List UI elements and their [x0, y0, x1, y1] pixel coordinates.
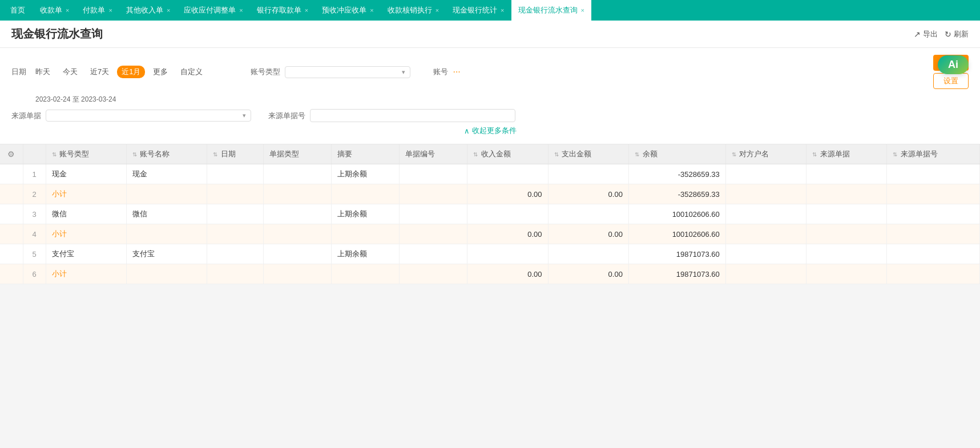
table-row[interactable]: 3 微信 微信 上期余额 100102606.60	[0, 204, 980, 224]
nav-home[interactable]: 首页	[2, 5, 33, 15]
cell-account-type: 小计	[46, 184, 126, 204]
cell-source-doc-no	[887, 224, 980, 244]
column-source-doc-no[interactable]: ⇅ 来源单据号	[887, 144, 980, 164]
data-table-wrap: ⚙ ⇅ 账号类型 ⇅ 账号名称 ⇅ 日期 单据类型	[0, 144, 980, 284]
column-expense[interactable]: ⇅ 支出金额	[548, 144, 628, 164]
cell-account-type: 现金	[46, 164, 126, 184]
close-tab-0-icon[interactable]: ×	[66, 7, 69, 14]
cell-num: 2	[23, 184, 46, 204]
date-opt-1month[interactable]: 近1月	[117, 66, 145, 78]
cell-source-doc	[806, 204, 887, 224]
cell-date	[207, 204, 264, 224]
close-tab-7-icon[interactable]: ×	[501, 7, 504, 14]
column-account-type[interactable]: ⇅ 账号类型	[46, 144, 126, 164]
sort-expense-icon: ⇅	[554, 151, 559, 158]
close-tab-4-icon[interactable]: ×	[305, 7, 308, 14]
cell-account-type: 支付宝	[46, 244, 126, 264]
table-row[interactable]: 5 支付宝 支付宝 上期余额 19871073.60	[0, 244, 980, 264]
cell-doc-no	[400, 204, 467, 224]
date-label: 日期	[11, 67, 26, 77]
export-button[interactable]: ↗ 导出	[914, 29, 938, 39]
column-balance[interactable]: ⇅ 余额	[628, 144, 725, 164]
cell-gear	[0, 184, 23, 204]
cell-expense: 0.00	[548, 184, 628, 204]
date-range-text: 2023-02-24 至 2023-03-24	[35, 95, 116, 104]
sort-account-name-icon: ⇅	[132, 151, 137, 158]
column-account-name[interactable]: ⇅ 账号名称	[126, 144, 207, 164]
cell-account-type: 小计	[46, 224, 126, 244]
column-counterparty[interactable]: ⇅ 对方户名	[725, 144, 806, 164]
sort-source-doc-icon: ⇅	[812, 151, 817, 158]
cell-gear	[0, 244, 23, 264]
cell-counterparty	[725, 224, 806, 244]
date-opt-yesterday[interactable]: 昨天	[31, 66, 55, 78]
close-tab-6-icon[interactable]: ×	[435, 7, 439, 14]
nav-tab-3[interactable]: 应收应付调整单 ×	[177, 0, 249, 21]
cell-balance: 100102606.60	[628, 224, 725, 244]
date-opt-today[interactable]: 今天	[58, 66, 82, 78]
table-row[interactable]: 6 小计 0.00 0.00 19871073.60	[0, 264, 980, 284]
sort-date-icon: ⇅	[213, 151, 217, 158]
cell-doc-no	[400, 244, 467, 264]
cell-source-doc-no	[887, 184, 980, 204]
cell-doc-no	[400, 184, 467, 204]
date-opt-custom[interactable]: 自定义	[176, 66, 207, 78]
column-summary: 摘要	[332, 144, 400, 164]
nav-tab-7[interactable]: 现金银行统计 ×	[446, 0, 511, 21]
nav-tab-2[interactable]: 其他收入单 ×	[119, 0, 177, 21]
column-date[interactable]: ⇅ 日期	[207, 144, 264, 164]
cell-source-doc	[806, 184, 887, 204]
settings-button[interactable]: 设置	[933, 73, 969, 89]
cell-gear	[0, 164, 23, 184]
column-income[interactable]: ⇅ 收入金额	[467, 144, 548, 164]
cell-counterparty	[725, 204, 806, 224]
cell-income: 0.00	[467, 264, 548, 284]
nav-tab-0[interactable]: 收款单 ×	[33, 0, 76, 21]
close-tab-5-icon[interactable]: ×	[370, 7, 373, 14]
cell-income	[467, 244, 548, 264]
date-opt-7days[interactable]: 近7天	[86, 66, 114, 78]
nav-tab-8[interactable]: 现金银行流水查询 ×	[511, 0, 591, 21]
close-tab-1-icon[interactable]: ×	[108, 7, 112, 14]
filter-row-date: 日期 昨天 今天 近7天 近1月 更多 自定义 账号类型 ▾ 账号 ···	[11, 55, 969, 89]
cell-expense: 0.00	[548, 264, 628, 284]
refresh-button[interactable]: ↻ 刷新	[945, 29, 969, 39]
column-num	[23, 144, 46, 164]
table-row[interactable]: 2 小计 0.00 0.00 -3528659.33	[0, 184, 980, 204]
nav-tab-1[interactable]: 付款单 ×	[76, 0, 119, 21]
account-type-select[interactable]: ▾	[285, 66, 410, 78]
table-row[interactable]: 1 现金 现金 上期余额 -3528659.33	[0, 164, 980, 184]
cell-expense: 0.00	[548, 224, 628, 244]
cell-counterparty	[725, 164, 806, 184]
table-body: 1 现金 现金 上期余额 -3528659.33 2 小计 0.00 0.00 …	[0, 164, 980, 284]
table-header-row: ⚙ ⇅ 账号类型 ⇅ 账号名称 ⇅ 日期 单据类型	[0, 144, 980, 164]
collapse-bar[interactable]: ∧ 收起更多条件	[11, 122, 969, 137]
source-doc-no-input[interactable]	[310, 109, 515, 122]
account-no-dots-button[interactable]: ···	[453, 67, 460, 77]
cell-date	[207, 184, 264, 204]
column-doc-no: 单据编号	[400, 144, 467, 164]
column-gear[interactable]: ⚙	[0, 144, 23, 164]
ai-assistant-button[interactable]: Ai	[938, 55, 969, 74]
cell-income	[467, 204, 548, 224]
nav-tab-6[interactable]: 收款核销执行 ×	[381, 0, 446, 21]
cell-doc-type	[264, 264, 332, 284]
cell-expense	[548, 204, 628, 224]
cell-source-doc-no	[887, 264, 980, 284]
cell-num: 6	[23, 264, 46, 284]
close-tab-3-icon[interactable]: ×	[239, 7, 243, 14]
source-doc-select[interactable]: ▾	[46, 110, 251, 122]
close-tab-2-icon[interactable]: ×	[167, 7, 170, 14]
nav-tab-4[interactable]: 银行存取款单 ×	[250, 0, 315, 21]
column-source-doc[interactable]: ⇅ 来源单据	[806, 144, 887, 164]
source-doc-label: 来源单据	[11, 111, 41, 121]
cell-summary	[332, 184, 400, 204]
date-opt-more[interactable]: 更多	[148, 66, 172, 78]
cell-source-doc-no	[887, 164, 980, 184]
close-tab-8-icon[interactable]: ×	[581, 7, 584, 14]
cell-doc-type	[264, 204, 332, 224]
table-row[interactable]: 4 小计 0.00 0.00 100102606.60	[0, 224, 980, 244]
nav-tab-5[interactable]: 预收冲应收单 ×	[315, 0, 380, 21]
gear-icon[interactable]: ⚙	[7, 150, 15, 159]
cell-income: 0.00	[467, 224, 548, 244]
